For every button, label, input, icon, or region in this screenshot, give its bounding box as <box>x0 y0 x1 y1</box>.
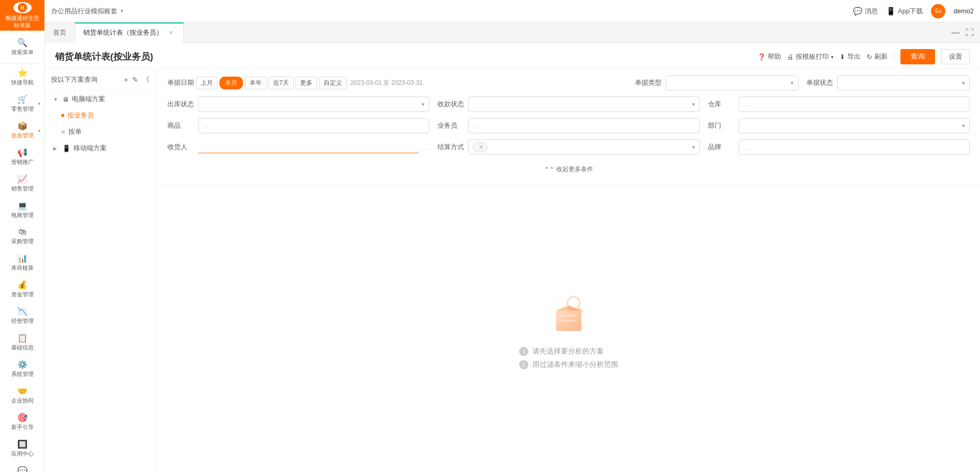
search-menu-button[interactable]: 🔍 搜索菜单 <box>2 35 42 59</box>
settlement-tag-close[interactable]: × <box>479 144 483 151</box>
filter-section: 单据日期 上月 本月 本年 近7天 更多 自定义 2023-03-01 至 20… <box>157 69 980 184</box>
goods-select[interactable]: ... <box>198 118 429 133</box>
doc-type-select[interactable]: ▾ <box>666 75 798 90</box>
date-buttons: 上月 本月 本年 近7天 更多 自定义 <box>196 77 347 89</box>
export-button[interactable]: ⬇ 导出 <box>840 52 861 61</box>
sidebar-item-apps[interactable]: 🔲 应用中心 <box>0 435 44 462</box>
date-custom-btn[interactable]: 自定义 <box>319 77 347 89</box>
quicknav-label: 快捷导航 <box>11 79 34 86</box>
sidebar-item-wholesale[interactable]: 📦 批发管理 <box>0 117 44 144</box>
print-icon: 🖨 <box>787 53 794 61</box>
sidebar-item-purchase[interactable]: 🛍 采购管理 <box>0 223 44 249</box>
tab-home[interactable]: 首页 <box>45 22 75 43</box>
filter-row-1: 单据日期 上月 本月 本年 近7天 更多 自定义 2023-03-01 至 20… <box>167 75 970 90</box>
tip-text-2: 用过滤条件来缩小分析范围 <box>532 360 618 369</box>
doc-status-select[interactable]: ▾ <box>837 75 970 90</box>
sidebar-item-basic[interactable]: 📋 基础信息 <box>0 329 44 356</box>
date-more-btn[interactable]: 更多 <box>296 77 317 89</box>
receipt-select[interactable]: ▾ <box>468 97 699 112</box>
collapse-bar[interactable]: ⌃⌃ 收起更多条件 <box>167 161 970 178</box>
pc-scheme-header[interactable]: ▼ 🖥 电脑端方案 <box>45 91 157 107</box>
tabbar: 首页 销货单统计表（按业务员） × — ⛶ <box>45 22 980 43</box>
settlement-filter: 结算方式 × ▾ <box>437 139 699 155</box>
settlement-tag: × <box>473 142 487 152</box>
warehouse-filter: 仓库 ... <box>708 97 970 112</box>
consignee-dots[interactable]: ... <box>423 143 429 152</box>
order-icon: ≡ <box>61 128 65 136</box>
salesperson-select[interactable]: ... <box>468 118 699 133</box>
brand-label: 品牌 <box>708 143 734 152</box>
edit-scheme-button[interactable]: ✎ <box>131 74 139 85</box>
brand-filter: 品牌 ... <box>708 139 970 155</box>
tab-close-button[interactable]: × <box>167 29 175 37</box>
outstock-arrow: ▾ <box>422 101 425 108</box>
sidebar-item-operation[interactable]: 📉 经营管理 <box>0 302 44 329</box>
consignee-filter: 收货人 ... <box>167 141 429 153</box>
sidebar-nav: ⭐ 快捷导航 🛒 零售管理 📦 批发管理 📢 营销推广 📈 销售管理 💻 电商管… <box>0 64 44 472</box>
sidebar-item-wecom[interactable]: 💬 企业微信 <box>0 462 44 472</box>
sidebar-item-system[interactable]: ⚙️ 系统管理 <box>0 356 44 382</box>
doc-type-arrow: ▾ <box>791 80 794 86</box>
sidebar-item-finance[interactable]: 💰 资金管理 <box>0 276 44 302</box>
sidebar-item-inventory[interactable]: 📊 库存核算 <box>0 249 44 276</box>
main-area: 办公用品行业模拟账套 ▾ 💬 消息 📱 App下载 Ea demo2 首页 销货… <box>45 0 980 472</box>
sidebar-search-section: 🔍 搜索菜单 <box>0 31 44 64</box>
refresh-icon: ↻ <box>867 53 872 61</box>
department-select[interactable]: ▾ <box>739 118 970 133</box>
by-salesperson-label: 按业务员 <box>67 111 94 120</box>
user-name[interactable]: demo2 <box>953 7 974 15</box>
sidebar-item-sales[interactable]: 📈 销售管理 <box>0 170 44 197</box>
right-panel: 单据日期 上月 本月 本年 近7天 更多 自定义 2023-03-01 至 20… <box>157 69 980 472</box>
add-scheme-button[interactable]: + <box>123 74 129 85</box>
tab-salesperson-stats[interactable]: 销货单统计表（按业务员） × <box>75 22 184 43</box>
goods-value: ... <box>203 122 208 130</box>
filter-row-4: 收货人 ... 结算方式 × <box>167 139 970 155</box>
mobile-scheme-icon: 📱 <box>62 145 70 152</box>
settings-button[interactable]: 设置 <box>941 49 970 64</box>
apps-label: 应用中心 <box>11 450 34 458</box>
date-current-month-btn[interactable]: 本月 <box>219 77 243 89</box>
product-dropdown-arrow[interactable]: ▾ <box>120 8 124 14</box>
tab-minimize-button[interactable]: — <box>949 26 962 39</box>
refresh-button[interactable]: ↻ 刷新 <box>867 52 888 61</box>
wholesale-icon: 📦 <box>17 121 28 131</box>
sidebar-item-quicknav[interactable]: ⭐ 快捷导航 <box>0 64 44 90</box>
topbar-actions: 💬 消息 📱 App下载 Ea demo2 <box>853 4 974 18</box>
sidebar-item-marketing[interactable]: 📢 营销推广 <box>0 144 44 170</box>
brand-select[interactable]: ... <box>739 139 970 155</box>
app-download-button[interactable]: 📱 App下载 <box>886 7 923 16</box>
retail-icon: 🛒 <box>17 95 28 104</box>
topbar: 办公用品行业模拟账套 ▾ 💬 消息 📱 App下载 Ea demo2 <box>45 0 980 22</box>
warehouse-select[interactable]: ... <box>739 97 970 112</box>
doc-type-label: 单据类型 <box>635 78 662 87</box>
sidebar-item-ecom[interactable]: 💻 电商管理 <box>0 197 44 223</box>
date-recent7-btn[interactable]: 近7天 <box>268 77 293 89</box>
print-dropdown-arrow[interactable]: ▾ <box>831 54 834 60</box>
consignee-input[interactable] <box>198 141 419 153</box>
message-button[interactable]: 💬 消息 <box>853 7 878 16</box>
tip-text-1: 请先选择要分析的方案 <box>532 347 604 356</box>
enterprise-label: 企业协同 <box>11 397 34 405</box>
inventory-label: 库存核算 <box>11 264 34 272</box>
mobile-scheme-header[interactable]: ▶ 📱 移动端方案 <box>45 140 157 156</box>
tree-arrow-down: ▼ <box>53 97 59 102</box>
date-current-year-btn[interactable]: 本年 <box>245 77 266 89</box>
logo-icon <box>13 2 32 13</box>
date-prev-month-btn[interactable]: 上月 <box>196 77 217 89</box>
help-button[interactable]: ❓ 帮助 <box>757 52 781 61</box>
sidebar-item-retail[interactable]: 🛒 零售管理 <box>0 90 44 117</box>
tree-item-by-order[interactable]: ≡ 按单 <box>53 124 157 140</box>
tree-item-by-salesperson[interactable]: 按业务员 <box>53 107 157 124</box>
outstock-select[interactable]: ▾ <box>198 97 429 112</box>
department-label: 部门 <box>708 121 734 130</box>
query-button[interactable]: 查询 <box>900 49 935 64</box>
date-label: 单据日期 <box>167 78 194 87</box>
collapse-panel-button[interactable]: 《 <box>141 74 151 85</box>
user-avatar[interactable]: Ea <box>931 4 945 18</box>
outstock-label: 出库状态 <box>167 100 194 109</box>
tab-maximize-button[interactable]: ⛶ <box>964 26 976 39</box>
settlement-select[interactable]: × ▾ <box>468 139 699 155</box>
print-button[interactable]: 🖨 按模板打印 ▾ <box>787 52 834 61</box>
sidebar-item-enterprise[interactable]: 🤝 企业协同 <box>0 382 44 409</box>
sidebar-item-newuser[interactable]: 🎯 新手引导 <box>0 409 44 435</box>
